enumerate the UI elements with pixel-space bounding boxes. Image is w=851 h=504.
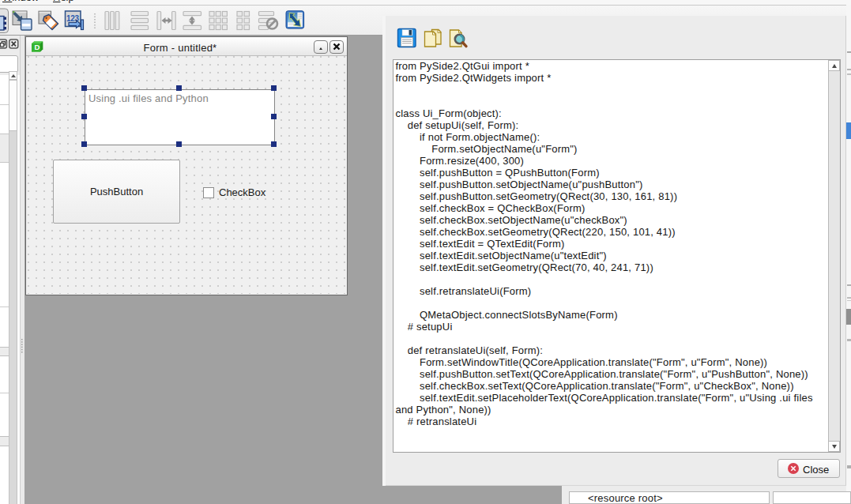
svg-text:D: D xyxy=(35,43,40,51)
